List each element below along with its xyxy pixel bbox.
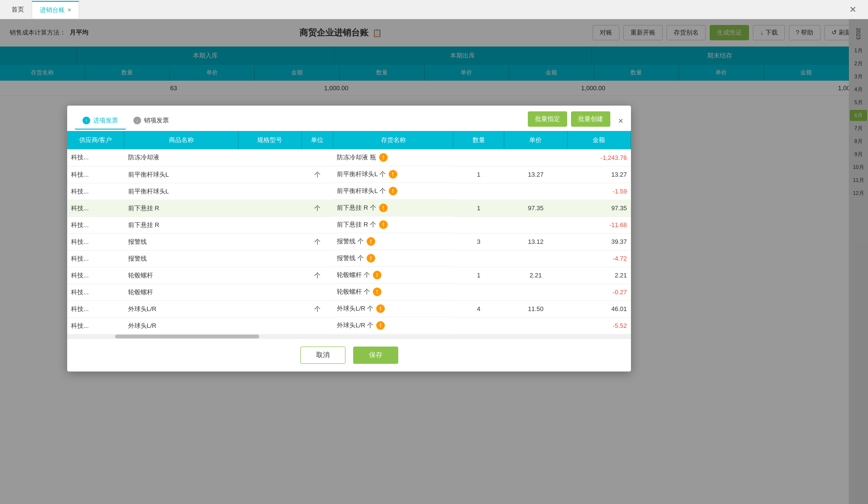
dialog-close-button[interactable]: ×: [618, 116, 623, 126]
outbound-tab-icon: ↓: [133, 117, 141, 124]
window-close-button[interactable]: ✕: [842, 4, 864, 15]
tab-home[interactable]: 首页: [4, 1, 32, 18]
warning-icon: !: [373, 271, 381, 279]
table-cell: [238, 166, 301, 183]
table-cell: [301, 149, 333, 166]
table-cell: [453, 250, 504, 267]
table-cell: [238, 200, 301, 216]
table-cell: 科技...: [67, 267, 124, 284]
table-row: 科技...外球头L/R个外球头L/R 个!411.5046.01: [67, 300, 631, 317]
table-cell: 4: [453, 300, 504, 317]
table-cell: 科技...: [67, 200, 124, 216]
table-cell: [453, 183, 504, 200]
batch-assign-button[interactable]: 批量指定: [528, 111, 567, 127]
table-cell: [238, 183, 301, 200]
col-header-spec: 规格型号: [238, 131, 301, 149]
warning-icon: !: [376, 321, 385, 330]
table-cell: 前下悬挂 R: [124, 216, 238, 233]
table-row: 科技...外球头L/R外球头L/R 个!-5.52: [67, 317, 631, 334]
table-cell: [301, 183, 333, 200]
table-cell: 2.21: [504, 267, 568, 284]
table-cell: [504, 183, 568, 200]
table-cell: -0.27: [567, 284, 630, 300]
inbound-tab-icon: ↑: [83, 117, 90, 124]
table-cell: 前平衡杆球头L 个!: [333, 183, 453, 200]
warning-icon: !: [379, 204, 388, 212]
table-cell: -4.72: [567, 250, 630, 267]
table-cell: 3: [453, 233, 504, 250]
dialog-tab-inbound[interactable]: ↑ 进项发票: [75, 112, 126, 130]
table-cell: [453, 284, 504, 300]
col-header-qty: 数量: [453, 131, 504, 149]
tab-bar: 首页 进销台账 × ✕: [0, 0, 868, 19]
col-header-amount: 金额: [567, 131, 630, 149]
dialog-table[interactable]: 供应商/客户 商品名称 规格型号 单位 存货名称 数量 单价 金额 科技...防…: [67, 131, 631, 335]
table-cell: 前下悬挂 R 个!: [333, 216, 453, 233]
table-row: 科技...防冻冷却液防冻冷却液 瓶!-1,243.76: [67, 149, 631, 166]
tab-ledger[interactable]: 进销台账 ×: [32, 1, 79, 18]
col-header-inventory: 存货名称: [333, 131, 453, 149]
table-cell: [453, 216, 504, 233]
table-cell: 13.12: [504, 233, 568, 250]
table-cell: [238, 216, 301, 233]
table-cell: [504, 216, 568, 233]
table-row: 科技...前平衡杆球头L前平衡杆球头L 个!-1.59: [67, 183, 631, 200]
warning-icon: !: [376, 304, 385, 313]
table-cell: [504, 250, 568, 267]
table-cell: 13.27: [567, 166, 630, 183]
table-cell: [453, 149, 504, 166]
table-cell: [238, 149, 301, 166]
table-cell: 科技...: [67, 284, 124, 300]
batch-create-button[interactable]: 批量创建: [571, 111, 610, 127]
dialog-tab-outbound[interactable]: ↓ 销项发票: [126, 112, 177, 130]
table-row: 科技...前下悬挂 R前下悬挂 R 个!-11.68: [67, 216, 631, 233]
table-cell: 科技...: [67, 233, 124, 250]
table-cell: [504, 149, 568, 166]
table-cell: 前下悬挂 R: [124, 200, 238, 216]
col-header-product: 商品名称: [124, 131, 238, 149]
table-cell: 报警线 个!: [333, 233, 453, 250]
table-cell: [238, 317, 301, 334]
table-cell: 46.01: [567, 300, 630, 317]
scrollbar-thumb[interactable]: [115, 335, 259, 338]
cancel-button[interactable]: 取消: [300, 347, 345, 364]
table-cell: 1: [453, 267, 504, 284]
table-cell: [238, 250, 301, 267]
table-cell: 防冻冷却液: [124, 149, 238, 166]
table-cell: [504, 284, 568, 300]
table-cell: 个: [301, 200, 333, 216]
table-cell: 报警线: [124, 250, 238, 267]
table-cell: 前平衡杆球头L 个!: [333, 166, 453, 183]
table-cell: 1: [453, 166, 504, 183]
warning-icon: !: [367, 254, 375, 263]
table-cell: [301, 317, 333, 334]
table-cell: 科技...: [67, 250, 124, 267]
table-cell: 97.35: [567, 200, 630, 216]
table-cell: 报警线: [124, 233, 238, 250]
table-cell: 个: [301, 233, 333, 250]
table-cell: 39.37: [567, 233, 630, 250]
dialog-header: ↑ 进项发票 ↓ 销项发票 批量指定 批量创建 ×: [67, 106, 631, 131]
table-cell: 13.27: [504, 166, 568, 183]
warning-icon: !: [367, 237, 375, 246]
table-cell: [238, 284, 301, 300]
table-cell: 轮毂螺杆 个!: [333, 267, 453, 284]
dialog-scrollbar[interactable]: [67, 335, 631, 338]
table-cell: 轮毂螺杆 个!: [333, 284, 453, 300]
col-header-price: 单价: [504, 131, 568, 149]
save-button[interactable]: 保存: [353, 347, 398, 364]
warning-icon: !: [379, 153, 388, 162]
warning-icon: !: [379, 220, 388, 229]
warning-icon: !: [373, 288, 381, 296]
table-cell: 11.50: [504, 300, 568, 317]
table-cell: -1,243.76: [567, 149, 630, 166]
table-cell: 外球头L/R 个!: [333, 300, 453, 317]
dialog-header-actions: 批量指定 批量创建: [528, 111, 610, 131]
table-cell: 科技...: [67, 216, 124, 233]
tab-close-icon[interactable]: ×: [68, 7, 71, 13]
table-cell: -11.68: [567, 216, 630, 233]
table-cell: 防冻冷却液 瓶!: [333, 149, 453, 166]
main-page: 销售成本计算方法： 月平均 商贸企业进销台账 📋 对账 重新开账 存货别名 生成…: [0, 19, 868, 504]
table-cell: 2.21: [567, 267, 630, 284]
table-cell: 轮毂螺杆: [124, 267, 238, 284]
